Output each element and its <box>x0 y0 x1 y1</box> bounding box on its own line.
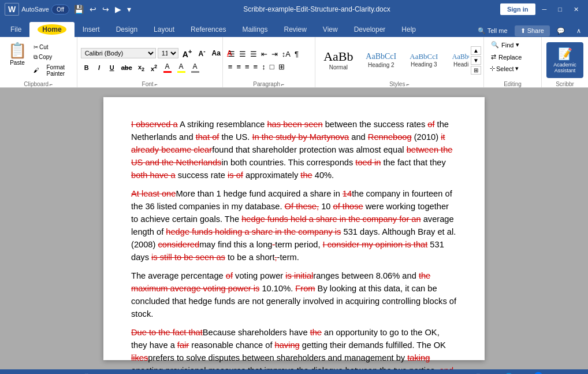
bullets-button[interactable]: ☰ <box>226 49 237 60</box>
styles-scroll-down[interactable]: ▼ <box>471 56 481 65</box>
format-painter-button[interactable]: 🖌 Format Painter <box>31 63 73 78</box>
paragraph-label-row: Paragraph ⌐ <box>226 81 311 87</box>
document-title: Scribbr-example-Edit-Structure-and-Clari… <box>133 5 500 13</box>
redo-button[interactable]: ↪ <box>100 3 111 15</box>
paragraph-expand-button[interactable]: ⌐ <box>281 82 284 87</box>
tab-mailings[interactable]: Mailings <box>234 22 276 37</box>
bold-button[interactable]: B <box>81 63 92 72</box>
font-size-select[interactable]: 11 <box>158 48 178 58</box>
academic-assistant-button[interactable]: 📝 AcademicAssistant <box>546 42 583 78</box>
scribbr-icon: 📝 <box>550 47 580 61</box>
font-name-select[interactable]: Calibri (Body) <box>81 48 156 58</box>
language-button[interactable]: ⌨ <box>172 372 186 375</box>
find-button[interactable]: 🔍 Find ▾ <box>487 39 523 50</box>
font-content: Calibri (Body) 11 A+ A- Aa A B I U abc x… <box>81 39 219 81</box>
clipboard-label-row: Clipboard ⌐ <box>3 81 73 87</box>
copy-button[interactable]: ⧉ Copy <box>31 53 73 62</box>
print-layout-button[interactable]: □ <box>489 372 498 374</box>
change-case-button[interactable]: Aa <box>210 48 223 58</box>
proofing-button[interactable]: 📖 <box>80 372 93 375</box>
multilevel-button[interactable]: ☰ <box>248 49 259 60</box>
clipboard-sub: ✂ Cut ⧉ Copy 🖌 Format Painter <box>31 39 73 81</box>
replace-button[interactable]: ⇄ Replace <box>487 51 525 62</box>
find-arrow-icon: ▾ <box>516 41 519 49</box>
subscript-button[interactable]: x2 <box>136 62 147 73</box>
paragraph-section: ☰ ☰ ☰ ⇤ ⇥ ↕A ¶ ≡ ≡ ≡ ≡ ↕ □ ⊞ <box>223 37 315 87</box>
comments-button[interactable]: 💬 <box>552 25 570 37</box>
styles-gallery: AaBb Normal AaBbCcI Heading 2 AaBbCcI He… <box>318 39 469 81</box>
increase-indent-button[interactable]: ⇥ <box>270 49 280 60</box>
strikethrough-button[interactable]: abc <box>119 63 135 72</box>
play-button[interactable]: ▶ <box>113 3 124 15</box>
tab-help[interactable]: Help <box>393 22 424 37</box>
para-rows: ☰ ☰ ☰ ⇤ ⇥ ↕A ¶ ≡ ≡ ≡ ≡ ↕ □ ⊞ <box>226 49 300 72</box>
highlight-button[interactable]: A <box>175 61 188 74</box>
paste-button[interactable]: 📋 Paste <box>3 39 31 81</box>
font-color-button[interactable]: A <box>161 61 174 74</box>
styles-scroll-up[interactable]: ▲ <box>471 46 481 55</box>
minimize-button[interactable]: ─ <box>538 3 552 15</box>
tab-references[interactable]: References <box>183 22 234 37</box>
numbering-button[interactable]: ☰ <box>237 49 248 60</box>
scribbr-content: 📝 AcademicAssistant <box>546 39 583 81</box>
paragraph-label: Paragraph <box>253 81 280 87</box>
line-spacing-button[interactable]: ↕ <box>260 61 267 72</box>
document-page: I observed a A striking resemblance has … <box>103 97 485 360</box>
tab-layout[interactable]: Layout <box>146 22 183 37</box>
web-layout-button[interactable]: 🌐 <box>503 372 515 375</box>
focus-button[interactable]: ⊙ <box>457 372 467 375</box>
style-normal[interactable]: AaBb Normal <box>318 48 359 73</box>
superscript-button[interactable]: x2 <box>148 62 160 73</box>
sort-button[interactable]: ↕A <box>280 49 292 60</box>
status-right: ⊙ 📖 □ 🌐 80% <box>457 372 583 375</box>
cut-button[interactable]: ✂ Cut <box>31 43 73 51</box>
title-bar-right: Sign in ─ □ ✕ <box>500 3 583 16</box>
styles-expand-button[interactable]: ⌐ <box>406 82 409 87</box>
grow-font-button[interactable]: A+ <box>180 46 195 60</box>
close-button[interactable]: ✕ <box>569 3 583 16</box>
select-button[interactable]: ⊹ Select ▾ <box>487 64 521 73</box>
tab-view[interactable]: View <box>315 22 346 37</box>
shrink-font-button[interactable]: A- <box>196 47 208 59</box>
tab-developer[interactable]: Developer <box>346 22 394 37</box>
italic-button[interactable]: I <box>94 63 105 72</box>
tab-review[interactable]: Review <box>276 22 314 37</box>
more-commands-button[interactable]: ▾ <box>125 3 133 15</box>
read-mode-button[interactable]: 📖 <box>472 372 485 375</box>
show-hide-button[interactable]: ¶ <box>293 49 300 60</box>
align-center-button[interactable]: ≡ <box>235 61 243 72</box>
search-button[interactable]: 🔍 Tell me <box>473 25 512 37</box>
undo-button[interactable]: ↩ <box>87 3 99 15</box>
styles-more[interactable]: ⊞ <box>471 66 481 75</box>
share-button[interactable]: ⬆ Share <box>515 25 550 36</box>
autosave-toggle[interactable]: Off <box>51 5 69 14</box>
editing-label: Editing <box>504 81 522 87</box>
sign-in-button[interactable]: Sign in <box>500 3 535 15</box>
shading-para-button[interactable]: □ <box>268 61 276 72</box>
ribbon-collapse-button[interactable]: ∧ <box>572 25 586 37</box>
decrease-indent-button[interactable]: ⇤ <box>259 49 269 60</box>
format-row: B I U abc x2 x2 A A A <box>81 61 235 74</box>
tab-file[interactable]: File <box>2 22 29 37</box>
restore-button[interactable]: □ <box>553 3 567 15</box>
font-expand-button[interactable]: ⌐ <box>155 82 158 87</box>
clipboard-content: 📋 Paste ✂ Cut ⧉ Copy 🖌 Format Painter <box>3 39 73 81</box>
tab-design[interactable]: Design <box>108 22 146 37</box>
clipboard-expand-button[interactable]: ⌐ <box>50 82 53 87</box>
align-left-button[interactable]: ≡ <box>226 61 235 72</box>
style-heading4[interactable]: AaBbCcD Heading 4 <box>446 51 469 70</box>
style-heading3[interactable]: AaBbCcI Heading 3 <box>403 50 445 70</box>
tab-home[interactable]: Home <box>29 22 74 37</box>
styles-label: Styles <box>389 81 405 87</box>
align-right-button[interactable]: ≡ <box>243 61 251 72</box>
editing-label-row: Editing <box>487 81 538 87</box>
replace-icon: ⇄ <box>491 53 496 61</box>
clipboard-section: 📋 Paste ✂ Cut ⧉ Copy 🖌 Format Painter Cl… <box>0 37 77 87</box>
shading-button[interactable]: A <box>189 61 202 74</box>
underline-button[interactable]: U <box>106 63 118 72</box>
tab-insert[interactable]: Insert <box>75 22 108 37</box>
justify-button[interactable]: ≡ <box>252 61 260 72</box>
style-heading2[interactable]: AaBbCcI Heading 2 <box>360 50 402 71</box>
save-button[interactable]: 💾 <box>72 3 86 15</box>
borders-button[interactable]: ⊞ <box>277 61 286 72</box>
